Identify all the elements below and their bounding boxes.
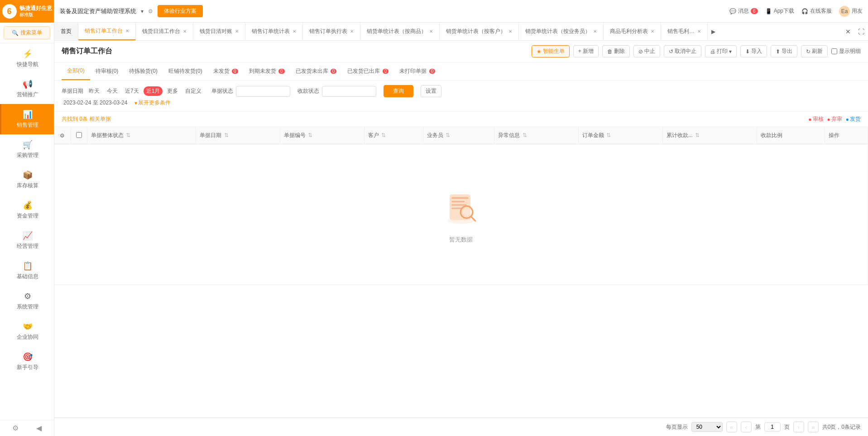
tab-customer-stats[interactable]: 销货单统计表（按客户） ✕	[440, 23, 519, 40]
next-page-button[interactable]: ›	[793, 422, 804, 432]
cancel-icon: ↺	[669, 48, 673, 55]
date-opt-7days[interactable]: 近7天	[122, 86, 142, 96]
sidebar-item-system[interactable]: ⚙ 系统管理	[0, 286, 54, 316]
app-download-button[interactable]: 📱 App下载	[765, 7, 794, 15]
page-number-input[interactable]	[764, 422, 781, 431]
stop-button[interactable]: ⊘ 中止	[633, 45, 660, 57]
industry-btn[interactable]: 体验行业方案	[158, 5, 203, 17]
tab-close-salesman-stats[interactable]: ✕	[593, 29, 597, 34]
tab-sales-exec[interactable]: 销售订单执行表 ✕	[303, 23, 360, 40]
date-opt-today[interactable]: 今天	[104, 86, 120, 96]
tab-close-sales-stats[interactable]: ✕	[293, 29, 296, 34]
first-page-button[interactable]: «	[726, 422, 737, 432]
batch-ship-button[interactable]: ● 发货	[846, 115, 861, 123]
filter-tab-overdue-not-shipped[interactable]: 到期未发货 0	[244, 63, 290, 80]
user-menu[interactable]: Ea 用友	[839, 6, 863, 17]
tab-daily-clearing[interactable]: 钱货日清工作台 ✕	[136, 23, 193, 40]
close-current-tab-button[interactable]: ✕	[842, 24, 854, 40]
tab-close-sales-margin[interactable]: ✕	[697, 29, 701, 34]
tab-close-daily-clearing[interactable]: ✕	[183, 29, 187, 34]
add-button[interactable]: + 新增	[573, 45, 599, 57]
export-button[interactable]: ⬆ 导出	[771, 45, 797, 57]
sidebar-item-marketing[interactable]: 📢 营销推广	[0, 74, 54, 104]
date-opt-yesterday[interactable]: 昨天	[86, 86, 102, 96]
expand-filter-button[interactable]: ▾ 展开更多条件	[134, 99, 171, 107]
filter-tab-shipped-not-out[interactable]: 已发货未出库 0	[290, 63, 342, 80]
tab-close-sales-exec[interactable]: ✕	[350, 29, 354, 34]
maximize-tab-button[interactable]: ⛶	[854, 24, 868, 40]
batch-cancel-review-button[interactable]: ● 弃审	[827, 115, 842, 123]
sort-number-icon[interactable]: ⇅	[308, 132, 312, 138]
smart-create-button[interactable]: ★ 智能生单	[532, 45, 570, 57]
tab-close-customer-stats[interactable]: ✕	[508, 29, 512, 34]
refresh-button[interactable]: ↻ 刷新	[801, 45, 828, 57]
show-detail-checkbox[interactable]	[831, 48, 837, 54]
filter-tab-pending-review[interactable]: 待审核(0)	[90, 63, 124, 80]
last-page-button[interactable]: »	[808, 422, 819, 432]
sort-abnormal-icon[interactable]: ⇅	[523, 132, 527, 138]
th-settings[interactable]: ⚙	[54, 127, 71, 144]
status-select[interactable]	[236, 86, 290, 97]
date-opt-1month[interactable]: 近1月	[144, 86, 163, 96]
date-opt-custom[interactable]: 自定义	[182, 86, 204, 96]
sidebar-item-cooperation[interactable]: 🤝 企业协同	[0, 316, 54, 346]
sort-customer-icon[interactable]: ⇅	[381, 132, 386, 138]
show-detail-checkbox-area[interactable]: 显示明细	[831, 47, 861, 55]
sidebar-item-business[interactable]: 📈 经营管理	[0, 225, 54, 256]
system-dropdown[interactable]: ▾	[141, 8, 144, 14]
message-button[interactable]: 💬 消息 6	[729, 7, 758, 15]
import-button[interactable]: ⬇ 导入	[740, 45, 767, 57]
prev-page-button[interactable]: ‹	[741, 422, 752, 432]
filter-tab-shipped-out[interactable]: 已发货已出库 0	[342, 63, 394, 80]
page-size-select[interactable]: 50 20 100	[691, 422, 723, 432]
sort-date-icon[interactable]: ⇅	[224, 132, 229, 138]
tab-sales-workbench[interactable]: 销售订单工作台 ✕	[78, 23, 136, 40]
filter-tab-pending-check[interactable]: 待拣验货(0)	[124, 63, 163, 80]
search-button[interactable]: 查询	[384, 85, 413, 97]
settings-bottom-button[interactable]: ⚙	[12, 424, 19, 432]
filter-tab-not-printed[interactable]: 未打印单据 0	[394, 63, 441, 80]
sidebar-item-inventory[interactable]: 📦 库存核算	[0, 165, 54, 195]
settings-filter-button[interactable]: 设置	[421, 85, 441, 97]
tab-margin-analysis[interactable]: 商品毛利分析表 ✕	[604, 23, 661, 40]
tab-sales-stats[interactable]: 销售订单统计表 ✕	[245, 23, 303, 40]
not-printed-badge: 0	[429, 69, 436, 74]
sidebar-item-sales[interactable]: 📊 销售管理	[0, 104, 54, 134]
tab-home[interactable]: 首页	[54, 23, 78, 40]
tab-close-margin-analysis[interactable]: ✕	[651, 29, 654, 34]
sidebar-item-finance[interactable]: 💰 资金管理	[0, 195, 54, 225]
collapse-button[interactable]: ◀	[36, 424, 42, 432]
filter-tab-wangpu-pending[interactable]: 旺铺待发货(0)	[163, 63, 208, 80]
cancel-stop-button[interactable]: ↺ 取消中止	[664, 45, 701, 57]
sort-status-icon[interactable]: ⇅	[126, 132, 130, 138]
select-all-checkbox[interactable]	[76, 132, 82, 138]
sidebar-item-quick-nav[interactable]: ⚡ 快捷导航	[0, 43, 54, 74]
filter-tab-not-shipped[interactable]: 未发货 0	[208, 63, 244, 80]
tab-salesman-stats[interactable]: 销货单统计表（按业务员） ✕	[519, 23, 604, 40]
tab-sales-margin[interactable]: 销售毛利… ✕	[661, 23, 708, 40]
sidebar-item-guide[interactable]: 🎯 新手引导	[0, 346, 54, 377]
settings-icon[interactable]: ⚙	[148, 8, 153, 14]
sort-salesman-icon[interactable]: ⇅	[446, 132, 450, 138]
th-checkbox[interactable]	[71, 127, 87, 144]
print-button[interactable]: 🖨 打印 ▾	[705, 45, 737, 57]
sidebar-item-purchase[interactable]: 🛒 采购管理	[0, 134, 54, 165]
filter-tab-all[interactable]: 全部(0)	[62, 62, 90, 80]
batch-review-button[interactable]: ● 审核	[808, 115, 823, 123]
horizontal-scrollbar[interactable]	[54, 414, 868, 417]
tab-reconciliation[interactable]: 钱货日清对账 ✕	[193, 23, 245, 40]
tab-more-button[interactable]: ▶	[708, 24, 719, 39]
sort-amount-icon[interactable]: ⇅	[606, 132, 611, 138]
date-opt-more[interactable]: 更多	[164, 86, 181, 96]
tab-goods-stats[interactable]: 销货单统计表（按商品） ✕	[360, 23, 440, 40]
online-service-button[interactable]: 🎧 在线客服	[801, 7, 832, 15]
tab-close-sales-workbench[interactable]: ✕	[125, 28, 129, 33]
tab-close-reconciliation[interactable]: ✕	[235, 29, 239, 34]
table-body: 暂无数据	[54, 144, 868, 285]
sidebar-item-basic[interactable]: 📋 基础信息	[0, 256, 54, 286]
payment-select[interactable]	[322, 86, 376, 97]
search-menu-button[interactable]: 🔍 搜索菜单	[4, 26, 50, 39]
tab-close-goods-stats[interactable]: ✕	[429, 29, 433, 34]
delete-button[interactable]: 🗑 删除	[602, 45, 630, 57]
sort-collected-icon[interactable]: ⇅	[695, 132, 700, 138]
